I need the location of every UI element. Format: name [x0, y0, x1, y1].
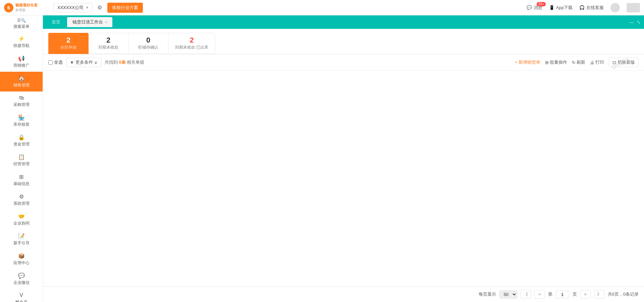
dropdown-arrow-icon: ▼ — [86, 6, 89, 9]
tab-home[interactable]: 首页 — [46, 17, 66, 27]
sidebar-item-sales[interactable]: 🏠 销售管理 — [0, 72, 43, 92]
inventory-icon: 🏪 — [18, 114, 25, 121]
sidebar-item-quick-nav[interactable]: ⚡ 快捷导航 — [0, 32, 43, 52]
header-right: 💬 消息 99+ 📱 App下载 🎧 在线客服 — [527, 3, 640, 12]
logo-icon: 6 — [4, 3, 13, 12]
message-button[interactable]: 💬 消息 99+ — [527, 5, 542, 11]
sales-icon: 🏠 — [18, 75, 25, 81]
toolbar-left: 全选 ▼ 更多条件 ∨ 共找到 0条 相关单据 — [48, 58, 144, 67]
select-all-checkbox[interactable]: 全选 — [48, 59, 63, 65]
switch-version-button[interactable]: ⊡ 切换新版 — [609, 58, 639, 67]
message-badge: 99+ — [537, 2, 546, 6]
select-all-input[interactable] — [48, 60, 53, 65]
first-page-button[interactable]: 《 — [521, 290, 531, 299]
sidebar: ☰🔍 搜索菜单 ⚡ 快捷导航 📢 营销推广 🏠 销售管理 🛍 采购管理 🏪 库存… — [0, 15, 43, 302]
search-icon: ☰🔍 — [17, 18, 26, 23]
sidebar-item-inventory[interactable]: 🏪 库存核算 — [0, 111, 43, 131]
enterprise-coop-icon: 🤝 — [18, 213, 25, 220]
filter-arrow-icon: ∨ — [94, 60, 98, 65]
finance-icon: 🔒 — [18, 134, 25, 140]
online-service-button[interactable]: 🎧 在线客服 — [579, 5, 604, 11]
message-icon: 💬 — [527, 5, 532, 10]
stat-tab-overdue[interactable]: 2 到期未收款 — [88, 33, 128, 54]
prev-page-button[interactable]: ＜ — [534, 290, 545, 299]
app-download-button[interactable]: 📱 App下载 — [549, 5, 573, 11]
print-icon: 🖨 — [590, 60, 594, 65]
batch-button[interactable]: ⊞ 批量操作 — [545, 59, 567, 65]
page-content: 2 全部单据 2 到期未收款 0 旺铺待确认 2 到期未收款 已出库 — [43, 29, 644, 302]
tab-close-icon[interactable]: × — [105, 20, 107, 24]
last-page-button[interactable]: 》 — [594, 290, 604, 299]
sidebar-item-marketing[interactable]: 📢 营销推广 — [0, 52, 43, 72]
settings-icon[interactable]: ⚙ — [96, 3, 103, 12]
sidebar-item-app-center[interactable]: 📦 应用中心 — [0, 249, 43, 269]
tab-maximize-button[interactable]: ⤡ — [637, 19, 641, 25]
table-area — [43, 71, 644, 286]
sidebar-item-operations[interactable]: 📋 经营管理 — [0, 150, 43, 170]
stat-tab-pending[interactable]: 0 旺铺待确认 — [128, 33, 168, 54]
operations-icon: 📋 — [18, 154, 25, 160]
marketing-icon: 📢 — [18, 55, 25, 62]
enterprise-wechat-icon: 💬 — [18, 273, 25, 279]
tab-minimize-button[interactable]: — — [629, 19, 634, 25]
company-selector[interactable]: XXXXXX公司 ▼ — [54, 3, 93, 12]
app-download-icon: 📱 — [549, 5, 554, 10]
print-button[interactable]: 🖨 打印 — [590, 59, 604, 65]
filter-button[interactable]: ▼ 更多条件 ∨ — [66, 58, 101, 67]
basics-icon: ⊞ — [19, 174, 23, 180]
purchase-icon: 🛍 — [19, 95, 24, 101]
sidebar-item-enterprise-coop[interactable]: 🤝 企业协同 — [0, 210, 43, 230]
pagination-bar: 每页显示 50 《 ＜ 第 页 ＞ 》 共0页，0条记录 — [43, 286, 644, 302]
refresh-button[interactable]: ↻ 刷新 — [572, 59, 585, 65]
tab-bar: 首页 钱货日清工作台 × — ⤡ — [43, 15, 644, 29]
app-center-icon: 📦 — [18, 253, 25, 259]
tab-cashflow[interactable]: 钱货日清工作台 × — [67, 17, 112, 27]
guide-icon: 📝 — [18, 233, 25, 239]
add-button[interactable]: + 新增销货单 — [515, 59, 540, 65]
refresh-icon: ↻ — [572, 60, 576, 65]
next-page-button[interactable]: ＞ — [580, 290, 591, 299]
page-size-select[interactable]: 50 — [499, 290, 517, 299]
batch-icon: ⊞ — [545, 60, 549, 65]
sidebar-item-system[interactable]: ⚙ 系统管理 — [0, 190, 43, 210]
stats-tabs: 2 全部单据 2 到期未收款 0 旺铺待确认 2 到期未收款 已出库 — [43, 29, 644, 54]
page-number-input[interactable] — [556, 291, 569, 298]
logo-area: 6 畅捷通好生意 标准版 — [4, 3, 47, 12]
sidebar-item-member[interactable]: V 畅会员 — [0, 289, 43, 302]
sidebar-item-enterprise-wechat[interactable]: 💬 企业微信 — [0, 269, 43, 289]
toolbar-right: + 新增销货单 ⊞ 批量操作 ↻ 刷新 🖨 打印 ⊡ — [515, 58, 639, 67]
switch-icon: ⊡ — [612, 60, 616, 65]
content-area: 首页 钱货日清工作台 × — ⤡ 2 全部单据 2 到期未收款 — [43, 15, 644, 302]
quick-nav-icon: ⚡ — [18, 36, 25, 42]
toolbar: 全选 ▼ 更多条件 ∨ 共找到 0条 相关单据 + 新增销货单 ⊞ — [43, 54, 644, 71]
sidebar-item-finance[interactable]: 🔒 资金管理 — [0, 131, 43, 150]
main-layout: ☰🔍 搜索菜单 ⚡ 快捷导航 📢 营销推广 🏠 销售管理 🛍 采购管理 🏪 库存… — [0, 0, 644, 302]
sidebar-item-purchase[interactable]: 🛍 采购管理 — [0, 92, 43, 111]
sidebar-item-search[interactable]: ☰🔍 搜索菜单 — [0, 15, 43, 32]
filter-icon: ▼ — [70, 60, 74, 65]
member-icon: V — [19, 292, 23, 298]
sidebar-item-basics[interactable]: ⊞ 基础信息 — [0, 170, 43, 190]
service-icon: 🎧 — [579, 5, 585, 10]
stat-tab-all[interactable]: 2 全部单据 — [48, 33, 89, 54]
logo-text: 畅捷通好生意 标准版 — [15, 3, 38, 12]
user-info — [627, 3, 640, 12]
sidebar-item-guide[interactable]: 📝 新手引导 — [0, 230, 43, 249]
top-header: 6 畅捷通好生意 标准版 XXXXXX公司 ▼ ⚙ 体验行业方案 💬 消息 99… — [0, 0, 644, 15]
system-icon: ⚙ — [19, 193, 24, 200]
count-text: 共找到 0条 相关单据 — [105, 59, 144, 65]
avatar[interactable] — [610, 3, 620, 12]
trial-button[interactable]: 体验行业方案 — [107, 3, 143, 13]
tab-bar-actions: — ⤡ — [629, 19, 641, 25]
stat-tab-out-of-stock[interactable]: 2 到期未收款 已出库 — [168, 33, 215, 54]
